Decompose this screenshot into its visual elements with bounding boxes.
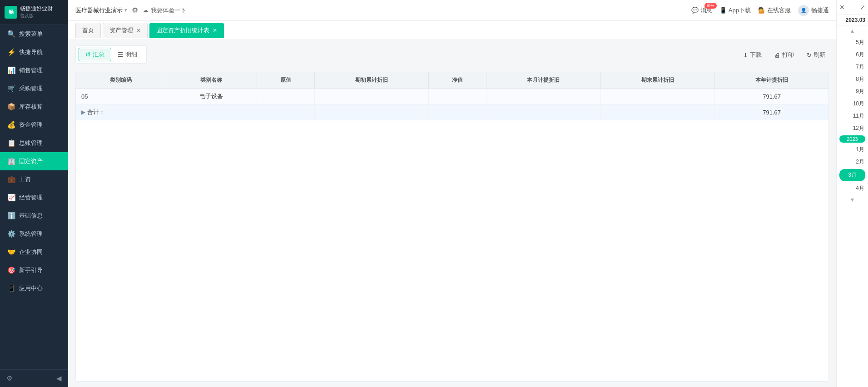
- year-2023-label[interactable]: 2023: [839, 135, 865, 143]
- print-icon: 🖨: [774, 52, 780, 59]
- sidebar-item-funds[interactable]: 💰资金管理: [0, 116, 68, 134]
- total-label-text: 合计：: [87, 108, 105, 116]
- sidebar-item-label-basic: 基础信息: [19, 212, 43, 220]
- sidebar-item-guide[interactable]: 🎯新手引导: [0, 261, 68, 279]
- print-label: 打印: [782, 51, 794, 59]
- app-download-button[interactable]: 📱 App下载: [719, 6, 751, 15]
- panel-close-icon[interactable]: ✕: [839, 4, 845, 11]
- cell-initial-acc: [314, 89, 429, 104]
- sidebar-item-label-fixed: 固定资产: [19, 157, 43, 165]
- date-panel: ✕ ⤢ 2023.03 ▲ 5月 6月 7月 8月 9月 10月 11月 12月…: [836, 0, 868, 387]
- sidebar-item-search[interactable]: 🔍搜索菜单: [0, 25, 68, 43]
- nav-down-icon[interactable]: ▼: [837, 194, 868, 205]
- sidebar-item-label-operation: 经营管理: [19, 194, 43, 202]
- sidebar-item-label-search: 搜索菜单: [19, 30, 43, 38]
- sidebar-item-fixed[interactable]: 🏢固定资产: [0, 152, 68, 170]
- col-name: 类别名称: [166, 72, 257, 89]
- detail-label: 明细: [125, 50, 137, 59]
- print-button[interactable]: 🖨 打印: [771, 49, 798, 61]
- topbar: 医疗器械行业演示 ▾ ⚙ ☁ 我要体验一下 💬 消息 99+ 📱 App下载 💁…: [68, 0, 836, 21]
- date-item-2023-1[interactable]: 1月: [837, 144, 868, 156]
- sidebar: 畅 畅捷通好业财 普及版 🔍搜索菜单⚡快捷导航📊销售管理🛒采购管理📦库存核算💰资…: [0, 0, 68, 387]
- total-initial-acc: [314, 104, 429, 120]
- date-item-2023-3[interactable]: 3月: [839, 169, 865, 181]
- cell-code: 05: [76, 89, 166, 104]
- current-period-label: 2023.03: [846, 17, 865, 23]
- data-table: 类别编码 类别名称 原值 期初累计折旧 净值 本月计提折旧 期末累计折旧 本年计…: [75, 72, 829, 382]
- date-item-10[interactable]: 10月: [837, 98, 868, 110]
- user-menu[interactable]: 👤 畅捷通: [798, 5, 829, 16]
- date-item-2023-4[interactable]: 4月: [837, 182, 868, 194]
- total-original: [257, 104, 314, 120]
- col-annual: 本年计提折旧: [715, 72, 828, 89]
- content-area: ↺ 汇总 ☰ 明细 ⬇ 下载 🖨 打印 ↻ 刷: [68, 40, 836, 387]
- cell-annual: 791.67: [715, 89, 828, 104]
- app-download-label: App下载: [729, 6, 751, 15]
- fixed-icon: 🏢: [7, 157, 15, 165]
- search-icon: 🔍: [7, 30, 15, 38]
- sidebar-item-basic[interactable]: ℹ️基础信息: [0, 207, 68, 225]
- cell-name: 电子设备: [166, 89, 257, 104]
- experience-button[interactable]: ☁ 我要体验一下: [143, 6, 186, 15]
- date-item-12[interactable]: 12月: [837, 122, 868, 134]
- download-button[interactable]: ⬇ 下载: [739, 49, 765, 61]
- panel-expand-icon[interactable]: ⤢: [860, 4, 865, 11]
- col-monthly: 本月计提折旧: [486, 72, 601, 89]
- tab-depreciation[interactable]: 固定资产折旧统计表 ✕: [149, 23, 224, 38]
- purchase-icon: 🛒: [7, 84, 15, 93]
- table-total-row: ▶ 合计： 791.67: [76, 104, 828, 120]
- cell-monthly: [486, 89, 601, 104]
- company-selector[interactable]: 医疗器械行业演示 ▾: [75, 6, 127, 15]
- inventory-icon: 📦: [7, 103, 15, 111]
- collapse-icon[interactable]: ◀: [56, 374, 62, 382]
- tab-asset-close-icon[interactable]: ✕: [136, 27, 141, 34]
- enterprise-icon: 🤝: [7, 248, 15, 256]
- tab-depreciation-label: 固定资产折旧统计表: [156, 26, 209, 35]
- nav-up-icon[interactable]: ▲: [837, 25, 868, 36]
- sidebar-item-quicknav[interactable]: ⚡快捷导航: [0, 43, 68, 61]
- tab-depreciation-close-icon[interactable]: ✕: [213, 27, 217, 34]
- sidebar-item-purchase[interactable]: 🛒采购管理: [0, 79, 68, 98]
- sales-icon: 📊: [7, 66, 15, 74]
- guide-icon: 🎯: [7, 266, 15, 274]
- date-item-5[interactable]: 5月: [837, 36, 868, 49]
- total-label-cell: ▶ 合计：: [76, 104, 166, 120]
- sidebar-item-enterprise[interactable]: 🤝企业协同: [0, 243, 68, 261]
- sidebar-item-ledger[interactable]: 📋总账管理: [0, 134, 68, 152]
- date-item-6[interactable]: 6月: [837, 49, 868, 61]
- date-item-7[interactable]: 7月: [837, 61, 868, 73]
- tab-home[interactable]: 首页: [75, 23, 101, 38]
- summary-label: 汇总: [93, 50, 104, 59]
- total-name: [166, 104, 257, 120]
- sidebar-item-system[interactable]: ⚙️系统管理: [0, 225, 68, 243]
- operation-icon: 📈: [7, 194, 15, 202]
- date-item-2023-2[interactable]: 2月: [837, 156, 868, 168]
- settings-gear-icon[interactable]: ⚙: [132, 6, 138, 15]
- messages-button[interactable]: 💬 消息 99+: [691, 6, 712, 15]
- refresh-button[interactable]: ↻ 刷新: [803, 49, 829, 61]
- col-net: 净值: [429, 72, 486, 89]
- avatar: 👤: [798, 5, 809, 16]
- tab-asset-mgmt[interactable]: 资产管理 ✕: [103, 23, 148, 38]
- date-item-8[interactable]: 8月: [837, 73, 868, 85]
- date-item-9[interactable]: 9月: [837, 85, 868, 98]
- sidebar-item-operation[interactable]: 📈经营管理: [0, 189, 68, 207]
- sidebar-item-label-funds: 资金管理: [19, 121, 43, 129]
- app-icon: 📱: [719, 7, 727, 14]
- service-icon: 💁: [758, 7, 765, 14]
- messages-badge: 99+: [704, 3, 717, 9]
- sidebar-item-inventory[interactable]: 📦库存核算: [0, 98, 68, 116]
- sidebar-item-apps[interactable]: 📱应用中心: [0, 279, 68, 298]
- date-item-11[interactable]: 11月: [837, 110, 868, 122]
- refresh-icon: ↻: [807, 52, 812, 59]
- sub-tab-summary[interactable]: ↺ 汇总: [79, 48, 111, 61]
- service-button[interactable]: 💁 在线客服: [758, 6, 791, 15]
- sidebar-item-salary[interactable]: 💼工资: [0, 170, 68, 189]
- total-expand-icon[interactable]: ▶: [81, 109, 85, 115]
- sidebar-logo: 畅 畅捷通好业财 普及版: [0, 0, 68, 25]
- settings-icon[interactable]: ⚙: [6, 374, 12, 382]
- sidebar-item-label-apps: 应用中心: [19, 284, 43, 293]
- table-row: 05 电子设备 791.67: [76, 89, 828, 104]
- sub-tab-detail[interactable]: ☰ 明细: [111, 48, 144, 61]
- sidebar-item-sales[interactable]: 📊销售管理: [0, 61, 68, 79]
